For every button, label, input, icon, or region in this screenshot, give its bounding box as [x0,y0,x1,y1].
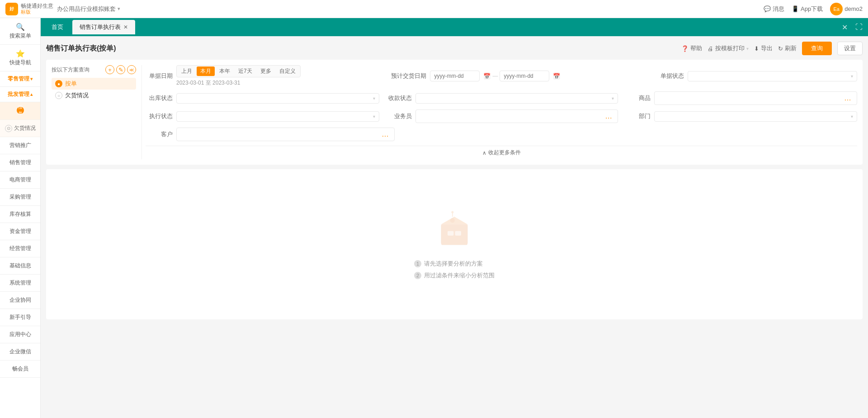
sidebar-item-guide[interactable]: 新手引导 [0,309,40,326]
content-area: 首页 销售订单执行表 ✕ ✕ ⛶ 销售订单执行表(按单) ❓ 帮助 [41,18,868,418]
calendar-end-icon[interactable]: 📅 [553,73,560,80]
sidebar-item-wholesale[interactable]: 批发管理 ▴ [0,87,40,102]
sidebar-item-operations[interactable]: 经营管理 [0,240,40,257]
sidebar-item-purchase[interactable]: 采购管理 [0,189,40,206]
svg-point-4 [450,218,455,223]
sidebar-item-basic[interactable]: 基础信息 [0,257,40,275]
date-block: 上月 本月 本年 近7天 更多 自定义 2023-03-01 至 [176,65,301,87]
sidebar-item-ecommerce[interactable]: 电商管理 [0,171,40,189]
user-menu[interactable]: Ea demo2 [830,3,863,15]
tab-home[interactable]: 首页 [44,20,71,34]
chevron-down-icon: ▾ [30,76,33,81]
filter-row-1: 单据日期 上月 本月 本年 近7天 [146,65,857,87]
refresh-button[interactable]: ↻ 刷新 [778,44,797,52]
status-control: ▾ [688,71,857,81]
scheme-item-order[interactable]: ● 按单 [52,78,136,90]
date-tab-more[interactable]: 更多 [257,66,275,76]
status-select-arrow-icon: ▾ [851,74,853,79]
sidebar-item-order[interactable]: 按单 [0,102,40,120]
expected-date-start-input[interactable] [430,71,480,81]
customer-select[interactable]: … [176,128,395,141]
dept-select[interactable]: ▾ [654,111,857,122]
empty-state: 1 请先选择要分析的方案 2 用过滤条件来缩小分析范围 [46,169,863,319]
export-icon: ⬇ [754,45,759,52]
sidebar-item-collab[interactable]: 企业协同 [0,292,40,309]
search-icon: 🔍 [16,23,25,31]
search-button[interactable]: 查询 [802,42,832,55]
breadcrumb[interactable]: 办公用品行业模拟账套 ▾ [57,5,120,13]
salesperson-select[interactable]: … [415,109,618,123]
product-field: 商品 … [623,91,857,105]
tab-maximize-button[interactable]: ⛶ [854,22,864,33]
product-dots-icon[interactable]: … [842,94,853,102]
export-button[interactable]: ⬇ 导出 [754,44,773,52]
exec-status-control: ▾ [176,111,379,122]
sidebar-item-wechat[interactable]: 企业微信 [0,343,40,361]
page-title: 销售订单执行表(按单) [46,44,116,53]
collapse-scheme-button[interactable]: ≪ [127,65,136,74]
page-content: 销售订单执行表(按单) ❓ 帮助 🖨 按模板打印 ▾ ⬇ 导出 [41,36,868,418]
calendar-start-icon[interactable]: 📅 [483,73,491,80]
salesperson-label: 业务员 [385,112,412,120]
ship-select-arrow-icon: ▾ [373,96,375,101]
order-dot: 按单 [17,107,24,114]
tab-bar: 首页 销售订单执行表 ✕ ✕ ⛶ [41,18,868,36]
message-icon: 💬 [764,5,771,12]
status-label: 单据状态 [657,72,684,80]
sidebar-item-search[interactable]: 🔍 搜索菜单 [0,18,40,45]
print-icon: 🖨 [708,45,713,52]
filter-fields: 单据日期 上月 本月 本年 近7天 [146,65,857,159]
ship-status-control: ▾ [176,93,379,104]
customer-dots-icon[interactable]: … [380,130,391,138]
add-scheme-button[interactable]: + [105,65,114,74]
date-range-text: 2023-03-01 至 2023-03-31 [176,79,301,87]
edit-scheme-button[interactable]: ✎ [116,65,125,74]
scheme-item-debt[interactable]: ○ 欠货情况 [52,90,136,101]
sidebar-item-sales[interactable]: 销售管理 [0,154,40,171]
customer-field: 客户 … [146,128,395,141]
top-header: 好 畅捷通好生意 标版 办公用品行业模拟账套 ▾ 💬 消息 📱 App下载 Ea… [0,0,868,18]
tab-close-icon[interactable]: ✕ [123,24,128,30]
dept-field: 部门 ▾ [623,111,857,122]
salesperson-dots-icon[interactable]: … [603,112,614,120]
date-tab-custom[interactable]: 自定义 [276,66,299,76]
svg-rect-0 [441,224,467,245]
page-title-actions: ❓ 帮助 🖨 按模板打印 ▾ ⬇ 导出 ↻ 刷新 [681,42,863,55]
date-tab-this-year[interactable]: 本年 [216,66,234,76]
sidebar-item-debt[interactable]: ⊙ 欠货情况 [0,120,40,137]
print-button[interactable]: 🖨 按模板打印 ▾ [708,44,749,52]
tab-sales-order[interactable]: 销售订单执行表 ✕ [72,20,135,34]
sidebar-item-member[interactable]: 畅会员 [0,361,40,378]
payment-status-select[interactable]: ▾ [415,93,618,104]
exec-status-select[interactable]: ▾ [176,111,379,122]
sidebar-item-finance[interactable]: 资金管理 [0,223,40,240]
sidebar-item-marketing[interactable]: 营销推广 [0,137,40,154]
date-tab-7days[interactable]: 近7天 [235,66,256,76]
ship-status-select[interactable]: ▾ [176,93,379,104]
status-select[interactable]: ▾ [688,71,857,81]
customer-label: 客户 [146,130,173,138]
expected-date-end-input[interactable] [500,71,549,81]
date-tab-this-month[interactable]: 本月 [197,66,215,76]
product-label: 商品 [623,94,651,102]
app-download-button[interactable]: 📱 App下载 [792,5,823,13]
date-tab-prev-month[interactable]: 上月 [178,66,196,76]
sidebar-item-system[interactable]: 系统管理 [0,275,40,292]
settings-button[interactable]: 设置 [837,42,863,55]
filter-row-2: 出库状态 ▾ 收款状态 [146,91,857,105]
main-layout: 🔍 搜索菜单 ⭐ 快捷导航 零售管理 ▾ 批发管理 ▴ 按单 ⊙ 欠货情况 [0,18,868,418]
sidebar-item-apps[interactable]: 应用中心 [0,326,40,343]
payment-status-control: ▾ [415,93,618,104]
product-select[interactable]: … [654,91,857,105]
sidebar-item-retail[interactable]: 零售管理 ▾ [0,71,40,87]
expected-date-label: 预计交货日期 [391,72,426,80]
collapse-bar[interactable]: ∧ 收起更多条件 [146,146,857,159]
sidebar-item-inventory[interactable]: 库存核算 [0,206,40,223]
message-button[interactable]: 💬 消息 [764,5,784,13]
help-button[interactable]: ❓ 帮助 [681,44,702,52]
tab-close-window-button[interactable]: ✕ [839,22,850,33]
filter-row-4: 客户 … [146,128,857,141]
payment-status-label: 收款状态 [385,94,412,102]
exec-select-arrow-icon: ▾ [373,114,375,119]
sidebar-item-shortcut[interactable]: ⭐ 快捷导航 [0,45,40,71]
